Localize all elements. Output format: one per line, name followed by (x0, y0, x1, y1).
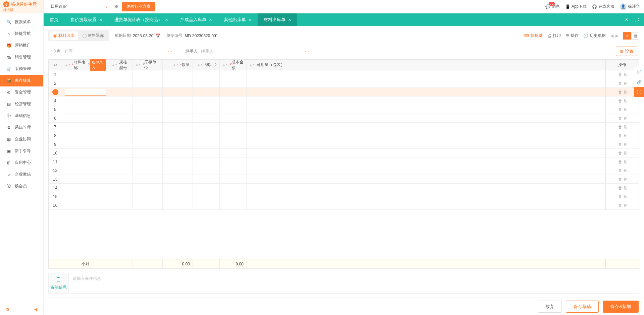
next-icon[interactable]: ▶ (615, 34, 619, 38)
delete-icon[interactable]: 🗑 (618, 125, 622, 129)
workspace-select[interactable]: 日用百货 ⌄ (48, 2, 111, 11)
table-row[interactable]: 13🗑⎘ (49, 175, 639, 184)
sort-icon[interactable]: ▲▼ (222, 64, 228, 66)
remarks-input[interactable] (69, 273, 639, 293)
gear-icon[interactable]: ⚙ (53, 63, 57, 67)
copy-icon[interactable]: ⎘ (624, 151, 627, 155)
operations-button[interactable]: ☰操作 (566, 33, 579, 39)
table-row[interactable]: 11🗑⎘ (49, 158, 639, 166)
copy-icon[interactable]: ⎘ (624, 160, 627, 164)
copy-icon[interactable]: ⎘ (624, 116, 627, 121)
table-row[interactable]: +🗑⎘ (49, 88, 639, 97)
help-icon[interactable]: ? (214, 63, 217, 67)
calendar-icon[interactable]: 📅 (155, 34, 160, 38)
sidebar-item-6[interactable]: ⊝资金管理 (0, 86, 43, 98)
delete-icon[interactable]: 🗑 (618, 151, 622, 155)
history-button[interactable]: 🕘历史单据 (583, 33, 606, 39)
sidebar-item-14[interactable]: Ⓥ畅会员 (0, 180, 43, 192)
close-icon[interactable]: ✕ (99, 18, 102, 22)
delete-icon[interactable]: 🗑 (618, 107, 622, 112)
table-row[interactable]: 10🗑⎘ (49, 149, 639, 158)
close-icon[interactable]: ✕ (165, 18, 168, 22)
doc-type-0[interactable]: 材料出库 (50, 32, 78, 40)
collapse-icon[interactable]: ◀ (34, 307, 37, 312)
sidebar-item-0[interactable]: 🔍搜索菜单 (0, 16, 43, 28)
rail-link-icon[interactable]: 🔗 (634, 77, 644, 87)
copy-icon[interactable]: ⎘ (624, 99, 627, 103)
remarks-tab[interactable]: 🗒 备注信息 (49, 273, 69, 293)
delete-icon[interactable]: 🗑 (618, 160, 622, 164)
delete-icon[interactable]: 🗑 (618, 203, 622, 208)
copy-icon[interactable]: ⎘ (624, 81, 627, 86)
prev-icon[interactable]: ◀ (610, 34, 613, 38)
copy-icon[interactable]: ⎘ (624, 133, 627, 138)
delete-icon[interactable]: 🗑 (618, 168, 622, 173)
settings-icon[interactable]: ✿ (6, 307, 9, 312)
copy-icon[interactable]: ⎘ (624, 72, 627, 77)
tab-expand-icon[interactable]: ⛶ (633, 16, 640, 23)
sidebar-item-13[interactable]: ○企业微信 (0, 169, 43, 180)
discard-button[interactable]: 放弃 (538, 301, 562, 313)
sidebar-item-1[interactable]: ⌂快捷导航 (0, 28, 43, 40)
table-row[interactable]: 9🗑⎘ (49, 140, 639, 149)
tab-5[interactable]: 材料出库单✕ (258, 13, 297, 26)
hotkeys-button[interactable]: ⌨快捷键 (524, 33, 543, 39)
copy-icon[interactable]: ⎘ (624, 186, 627, 190)
delete-icon[interactable]: 🗑 (618, 177, 622, 182)
table-row[interactable]: 14🗑⎘ (49, 184, 639, 192)
delete-icon[interactable]: 🗑 (618, 142, 622, 147)
sidebar-item-11[interactable]: ▣新手引导 (0, 145, 43, 157)
warehouse-input[interactable] (63, 47, 164, 55)
messages-button[interactable]: 💬 70 消息 (545, 4, 560, 9)
delete-icon[interactable]: 🗑 (618, 186, 622, 190)
delete-icon[interactable]: 🗑 (618, 81, 622, 86)
online-service[interactable]: 🎧 在线客服 (592, 4, 614, 9)
sort-icon[interactable]: ▲▼ (249, 64, 255, 66)
table-row[interactable]: 7🗑⎘ (49, 123, 639, 131)
copy-icon[interactable]: ⎘ (624, 142, 627, 147)
tab-2[interactable]: 进货单统计表（按商品）✕ (108, 13, 174, 26)
handler-lookup-icon[interactable]: ⋯ (305, 49, 309, 54)
table-row[interactable]: 16🗑⎘ (49, 201, 639, 210)
scan-button[interactable]: 扫码录入 (90, 59, 106, 71)
sort-icon[interactable]: ▲▼ (112, 64, 118, 66)
delete-icon[interactable]: 🗑 (618, 90, 622, 94)
view-card-button[interactable]: ▦ (631, 32, 639, 40)
handler-input[interactable] (200, 47, 301, 55)
sidebar-item-3[interactable]: 🛍销售管理 (0, 51, 43, 63)
experience-button[interactable]: 体验行业方案 (122, 2, 155, 11)
material-name-input[interactable] (65, 89, 106, 96)
rail-note-icon[interactable]: 📄 (634, 67, 644, 77)
sort-icon[interactable]: ▲▼ (65, 64, 71, 66)
sidebar-item-5[interactable]: 📦库存核算 (0, 75, 43, 86)
copy-icon[interactable]: ⎘ (624, 90, 627, 94)
gear-icon[interactable]: ⚙ (115, 4, 118, 9)
user-menu[interactable]: 👤 徐泽华 (620, 3, 640, 10)
help-icon[interactable]: ? (88, 63, 90, 67)
copy-icon[interactable]: ⎘ (624, 168, 627, 173)
table-row[interactable]: 12🗑⎘ (49, 166, 639, 175)
table-settings-button[interactable]: ⚙设置 (616, 47, 637, 56)
close-icon[interactable]: ✕ (288, 18, 291, 22)
sidebar-item-12[interactable]: ⊞应用中心 (0, 157, 43, 169)
close-icon[interactable]: ✕ (209, 18, 212, 22)
sort-icon[interactable]: ▲▼ (173, 64, 179, 66)
delete-icon[interactable]: 🗑 (618, 99, 622, 103)
save-draft-button[interactable]: 保存草稿 (566, 301, 599, 313)
warehouse-lookup-icon[interactable]: ⋯ (168, 49, 172, 54)
table-row[interactable]: 2🗑⎘ (49, 79, 639, 88)
copy-icon[interactable]: ⎘ (624, 194, 627, 199)
view-list-button[interactable]: ≡ (623, 32, 631, 40)
add-row-icon[interactable]: + (52, 89, 58, 95)
sidebar-item-4[interactable]: 🛒采购管理 (0, 63, 43, 75)
tab-1[interactable]: 售价提取设置✕ (64, 13, 108, 26)
tab-0[interactable]: 首页 (44, 13, 64, 26)
close-icon[interactable]: ✕ (249, 18, 252, 22)
table-row[interactable]: 1🗑⎘ (49, 70, 639, 79)
delete-icon[interactable]: 🗑 (618, 194, 622, 199)
table-row[interactable]: 4🗑⎘ (49, 97, 639, 105)
sort-icon[interactable]: ▲▼ (135, 64, 141, 66)
doc-type-1[interactable]: 材料退库 (79, 32, 107, 40)
copy-icon[interactable]: ⎘ (624, 203, 627, 208)
tab-3[interactable]: 产成品入库单✕ (174, 13, 218, 26)
